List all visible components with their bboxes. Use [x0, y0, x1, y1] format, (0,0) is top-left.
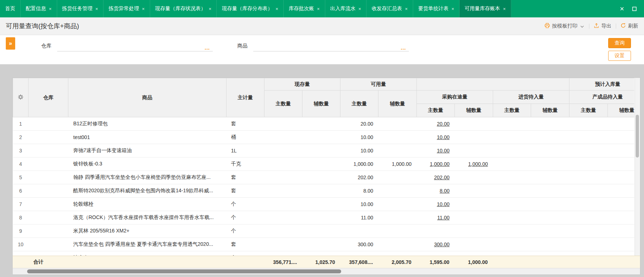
table-row[interactable]: 11油底壳个-10.00	[13, 251, 635, 256]
cell-unit: 1L	[226, 144, 264, 158]
tab-5[interactable]: 现存量（库存分布表）×	[217, 0, 284, 17]
query-button[interactable]: 查询	[608, 38, 631, 48]
close-icon[interactable]: ×	[620, 5, 624, 12]
expand-filter-button[interactable]: »	[6, 37, 15, 50]
table-row[interactable]: 2test001桶10.0010.00	[13, 131, 635, 144]
cell-purch_aux	[455, 198, 493, 211]
tab-close-icon[interactable]: ×	[209, 6, 212, 12]
tab-close-icon[interactable]: ×	[503, 6, 506, 12]
quantity-drilldown-link[interactable]: 8.00	[440, 188, 449, 194]
tab-close-icon[interactable]: ×	[49, 6, 52, 12]
quantity-drilldown-link[interactable]: 10.00	[437, 201, 449, 207]
cell-avail_main: 1,000.00	[340, 158, 378, 171]
quantity-drilldown-link[interactable]: 300.00	[434, 242, 450, 247]
tab-close-icon[interactable]: ×	[405, 6, 408, 12]
quantity-drilldown-link[interactable]: 11.00	[437, 215, 450, 221]
table-row[interactable]: 6酷斯特2020款别克昂科威脚垫全包围内饰改装14-19款昂科威...套8.00…	[13, 184, 635, 198]
table-row[interactable]: 3奔驰7速手自一体变速箱油1L10.0010.00	[13, 144, 635, 158]
chevron-down-icon[interactable]	[580, 25, 584, 28]
quantity-drilldown-link[interactable]: 10.00	[437, 134, 449, 140]
cell-purch_aux	[455, 131, 493, 144]
cell-fin_main	[569, 251, 608, 256]
cell-product: 油底壳	[68, 251, 226, 256]
table-row[interactable]: 9米其林 205/55R16 XM2+个	[13, 224, 635, 238]
cell-onhand_aux	[302, 198, 340, 211]
tab-close-icon[interactable]: ×	[317, 6, 320, 12]
tab-4[interactable]: 现存量（库存状况表）×	[150, 0, 217, 17]
cell-onhand_main	[264, 117, 302, 131]
print-by-template-button[interactable]: 按模板打印	[545, 23, 577, 29]
tab-7[interactable]: 出入库流水×	[325, 0, 367, 17]
quantity-drilldown-link[interactable]: 10.00	[437, 148, 449, 154]
quantity-drilldown-link[interactable]: 20.00	[437, 121, 449, 127]
refresh-label: 刷新	[628, 23, 638, 29]
column-settings-header[interactable]	[13, 78, 29, 117]
cell-purch_main: 1,000.00	[417, 158, 455, 171]
cell-unit: 套	[226, 171, 264, 184]
cell-in_main	[493, 211, 531, 224]
table-row[interactable]: 10汽车坐垫全包 四季通用座垫 夏季卡通汽车座套专用透气2020...套300.…	[13, 238, 635, 251]
tab-1[interactable]: 配置信息×	[21, 0, 57, 17]
tab-close-icon[interactable]: ×	[275, 6, 278, 12]
cell-fin_aux	[608, 184, 635, 198]
refresh-button[interactable]: 刷新	[620, 23, 638, 29]
horizontal-scrollbar[interactable]	[13, 268, 640, 274]
warehouse-picker-icon[interactable]: …	[204, 45, 211, 51]
settings-button[interactable]: 设置	[608, 51, 631, 61]
cell-purch_aux	[455, 144, 493, 158]
table-row[interactable]: 5翰静 四季通用汽车坐垫全包小车座椅垫四季垫仿亚麻布艺座...套202.0020…	[13, 171, 635, 184]
quantity-drilldown-link[interactable]: 1,000.00	[468, 161, 488, 167]
cell-fin_main	[569, 117, 608, 131]
maximize-icon[interactable]	[632, 7, 637, 11]
product-picker-icon[interactable]: …	[401, 45, 407, 51]
cell-fin_main	[569, 144, 608, 158]
cell-in_main	[493, 224, 531, 238]
tab-close-icon[interactable]: ×	[452, 6, 454, 12]
horizontal-scrollbar-thumb[interactable]	[27, 269, 341, 273]
header-finished-aux: 辅数量	[608, 104, 635, 117]
cell-purch_main: 20.00	[417, 117, 455, 131]
cell-avail_main: 20.00	[340, 117, 378, 131]
quantity-drilldown-link[interactable]: 1,000.00	[430, 161, 450, 167]
vertical-scrollbar-thumb[interactable]	[636, 115, 639, 158]
cell-no: 6	[13, 184, 29, 198]
cell-unit: 个	[226, 224, 264, 238]
tab-8[interactable]: 收发存汇总表×	[367, 0, 413, 17]
tab-6[interactable]: 库存批次账×	[284, 0, 325, 17]
cell-fin_aux	[608, 238, 635, 251]
product-input[interactable]: …	[253, 41, 409, 51]
header-group-finished-pending: 产成品待入量	[569, 91, 635, 104]
cell-fin_main	[569, 158, 608, 171]
table-row[interactable]: 7轮毂螺栓个10.0010.00	[13, 198, 635, 211]
cell-unit: 个	[226, 251, 264, 256]
cell-onhand_aux	[302, 251, 340, 256]
tab-2[interactable]: 拣货任务管理×	[57, 0, 104, 17]
tab-close-icon[interactable]: ×	[96, 6, 98, 12]
tab-close-icon[interactable]: ×	[359, 6, 361, 12]
table-row[interactable]: 4镀锌铁板-0.3千克1,000.001,000.001,000.001,000…	[13, 158, 635, 171]
cell-onhand_main	[264, 238, 302, 251]
tab-0[interactable]: 首页	[0, 0, 21, 17]
total-onhand-main: 356,771....	[264, 256, 302, 268]
warehouse-input[interactable]: …	[57, 41, 213, 51]
tab-3[interactable]: 拣货异常处理×	[103, 0, 150, 17]
warehouse-field: 仓库 …	[41, 41, 213, 51]
table-row[interactable]: 8洛克（ROCK）汽车香水座摆件车载香水座摆件车用香水车载...个11.0011…	[13, 211, 635, 224]
tab-close-icon[interactable]: ×	[142, 6, 145, 12]
tab-9[interactable]: 要货单统计表×	[413, 0, 460, 17]
cell-onhand_main	[264, 198, 302, 211]
vertical-scrollbar[interactable]	[635, 78, 640, 256]
cell-onhand_aux	[302, 144, 340, 158]
cell-avail_main: 8.00	[340, 184, 378, 198]
cell-onhand_main	[264, 184, 302, 198]
table-row[interactable]: 1B12正时修理包套20.0020.00	[13, 117, 635, 131]
quantity-drilldown-link[interactable]: 202.00	[434, 175, 450, 180]
cell-onhand_main	[264, 224, 302, 238]
cell-purch_aux: 1,000.00	[455, 158, 493, 171]
cell-fin_aux	[608, 211, 635, 224]
export-button[interactable]: 导出	[594, 23, 611, 29]
cell-in_aux	[531, 211, 569, 224]
tab-10[interactable]: 可用量库存账本×	[459, 0, 511, 17]
gear-icon	[18, 95, 24, 101]
cell-in_aux	[531, 238, 569, 251]
